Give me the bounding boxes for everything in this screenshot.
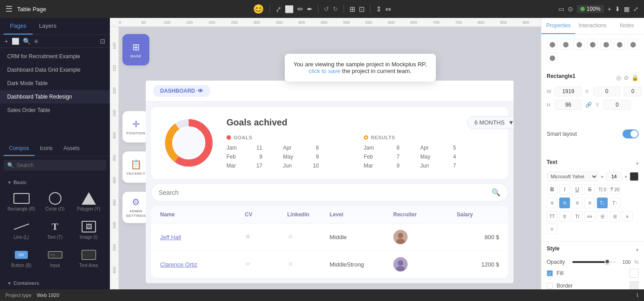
tab-layers[interactable]: Layers [33,18,63,34]
panel-vacancy[interactable]: 📋 VACANCY [122,151,149,183]
list3-btn[interactable]: ☰ [609,211,620,222]
underline-btn[interactable]: U [572,184,583,195]
tab-pages[interactable]: Pages [4,18,33,34]
tool-move[interactable]: ⤤ [275,5,281,13]
lowercase-btn[interactable]: tt [559,211,570,222]
months-dropdown[interactable]: 6 MONTHS ▼ [467,116,513,129]
link-icon[interactable]: 🔗 [585,102,592,108]
visibility-icon[interactable]: ◎ [616,74,621,81]
cell-name-clarence[interactable]: Clarence Ortiz [160,261,245,268]
view-toggle[interactable]: ▭ [558,5,564,13]
component-image[interactable]: 🖼 Image (I) [73,217,104,243]
component-button[interactable]: OK Button (B) [5,245,37,271]
redo-btn[interactable]: ↻ [333,5,338,13]
add-page-btn[interactable]: + [4,38,8,45]
bold-btn[interactable]: B [547,184,557,195]
align-justify-text-btn[interactable]: ≡ [584,198,595,208]
cell-cv-clarence[interactable]: 👁 [245,261,287,268]
panel-base[interactable]: ⊞ BASE [122,34,149,65]
uppercase-btn[interactable]: TT [547,211,557,222]
page-item-dashboard-redesign[interactable]: Dashboard Table Redesign [0,90,110,103]
valign-center-btn[interactable]: T↑ [609,198,620,208]
collapse-text-icon[interactable]: ▾ [636,160,639,167]
x-input[interactable] [593,86,620,96]
component-circle[interactable]: Circle (O) [39,189,71,215]
align-left-text-btn[interactable]: ≡ [547,198,557,208]
cell-cv-jeff[interactable]: 👁 [245,233,287,241]
valign-top-btn[interactable]: T↓ [597,198,608,208]
component-polygon[interactable]: Polygon (Y) [73,189,104,215]
grid-view-btn[interactable]: ⊡ [100,38,105,45]
tab-notes[interactable]: Notes [610,18,644,34]
align-top-btn[interactable]: ⬤ [587,39,598,50]
info-icon[interactable]: ℹ [636,292,639,298]
list2-btn[interactable]: ☰ [597,211,608,222]
dashboard-tab-btn[interactable]: DASHBOARD 👁 [153,85,210,97]
align-center-v-btn[interactable]: ⬤ [600,39,611,50]
tab-compos[interactable]: Compos [4,142,35,156]
y-input[interactable] [604,100,631,110]
page-item-crm[interactable]: CRM for Recruitment Example [0,50,110,63]
list-view-btn[interactable]: ≡ [34,38,38,45]
align-h[interactable]: ⇔ [385,5,391,13]
target-icon[interactable]: ⊘ [624,74,629,81]
tab-properties[interactable]: Properties [541,18,575,34]
basic-section-title[interactable]: ▼ Basic [4,178,106,187]
export-btn[interactable]: ⬇ [615,5,620,13]
align-right-btn[interactable]: ⬤ [574,39,584,50]
fill-checkbox[interactable]: ✓ [547,270,553,276]
align-bottom-btn[interactable]: ⬤ [614,39,625,50]
opacity-slider[interactable] [572,261,616,263]
panel-admin[interactable]: ⚙ ADMIN SETTINGS [122,192,149,223]
spacing2-btn[interactable]: T̄ 20 [609,184,620,195]
titlecase-btn[interactable]: Tt [572,211,583,222]
search-page-btn[interactable]: 🔍 [23,38,30,45]
tab-assets[interactable]: Assets [58,142,85,156]
tool-pencil[interactable]: ✒ [307,5,313,13]
tool-frame[interactable]: ⬜ [285,5,294,13]
rotation-input[interactable] [624,86,642,96]
add-frame-btn[interactable]: ⬜ [12,38,19,45]
distribute-h-btn[interactable]: ⬤ [627,39,638,50]
collapse-style-icon[interactable]: ▾ [636,247,639,253]
tool-pen[interactable]: ✏ [297,5,303,13]
page-item-dark[interactable]: Dark Mode Table [0,77,110,90]
list4-btn[interactable]: ≡ [622,211,633,222]
notification-link[interactable]: click to save [309,68,340,74]
border-color-swatch[interactable] [630,281,639,289]
search-input[interactable] [159,189,487,196]
layout-btn[interactable]: ▦ [624,5,630,13]
font-size-down-icon[interactable]: ▾ [625,174,627,179]
component-text[interactable]: T Text (T) [39,217,71,243]
lock-icon[interactable]: 🔒 [631,74,639,81]
tab-icons[interactable]: Icons [35,142,58,156]
add-btn[interactable]: + [608,5,611,13]
component-rectangle[interactable]: Rectangle (R) [5,189,37,215]
font-color-swatch[interactable] [630,172,639,181]
fill-color-swatch[interactable] [630,269,639,278]
list1-btn[interactable]: ≡≡ [584,211,595,222]
align-center-h-btn[interactable]: ⬤ [560,39,571,50]
component-search-input[interactable] [17,162,103,168]
font-down-icon[interactable]: ▾ [601,174,603,179]
align-center-text-btn[interactable]: ≡ [559,198,570,208]
align-v[interactable]: ⇕ [376,5,382,13]
spacing1-btn[interactable]: T| 0 [597,184,608,195]
emoji-btn[interactable]: 😊 [253,4,264,14]
hamburger-menu[interactable]: ☰ [5,4,13,14]
width-input[interactable] [555,86,582,96]
grid-btn2[interactable]: ⊡ [359,5,365,13]
page-item-dashboard-data[interactable]: Dashboard Data Grid Example [0,63,110,77]
align-left-btn[interactable]: ⬤ [547,39,557,50]
border-checkbox[interactable] [547,283,553,289]
font-size-input[interactable] [606,172,622,181]
strikethrough-btn[interactable]: S [584,184,595,195]
undo-btn[interactable]: ↺ [324,5,329,13]
font-family-select[interactable]: Microsoft Yahei [547,172,598,181]
italic-btn[interactable]: I [559,184,570,195]
page-item-sales[interactable]: Sales Order Table [0,103,110,117]
cell-linkedin-clarence[interactable]: 👁 [287,261,330,268]
tab-interactions[interactable]: Interactions [575,18,609,34]
list5-btn[interactable]: ≡ [547,224,557,234]
cell-linkedin-jeff[interactable]: 👁 [287,233,330,241]
